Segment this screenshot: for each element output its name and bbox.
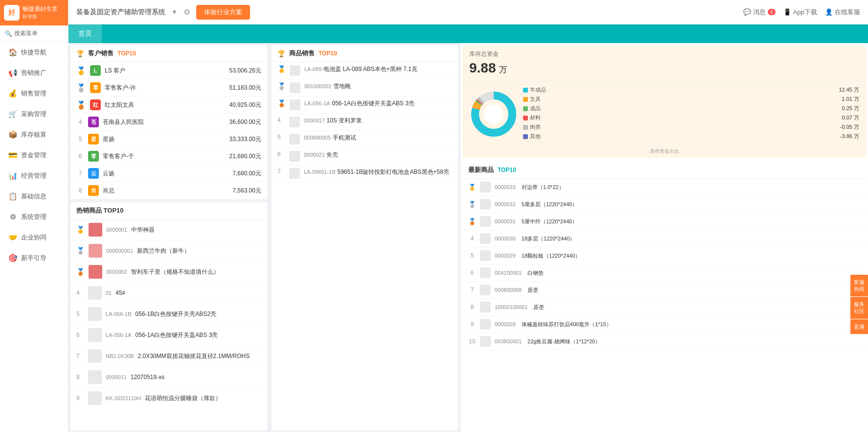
customer-ranking-title: 客户销售 — [88, 49, 114, 58]
legend-dot — [523, 88, 528, 93]
online-service-item[interactable]: 👤 在线客服 — [825, 8, 860, 17]
rank-row: 🥉 红 红太阳文具 40,925.00元 — [70, 96, 267, 114]
tab-home[interactable]: 首页 — [69, 24, 102, 43]
hot-img — [89, 265, 102, 279]
sidebar-item-qiye[interactable]: 🤝 企业协同 — [0, 227, 68, 248]
trial-button[interactable]: 体验行业方案 — [196, 5, 250, 20]
rank-amount: 7,563.00元 — [232, 187, 261, 195]
rank-badge: 星 — [88, 134, 99, 144]
mid-code: LA-056-1A — [304, 100, 330, 106]
hot-row: 🥈 000500001 新西兰牛肉（新牛） — [70, 240, 267, 262]
legend-row: 半成品 12.45 万 — [523, 86, 859, 94]
nav-icon-jichu: 📋 — [8, 192, 17, 201]
mid-medal: 🥇 — [277, 65, 286, 73]
hot-medal: 🥈 — [76, 247, 85, 255]
new-row: 10 003800001 22g鱼豆腐-烧烤味（1*12*20） — [462, 333, 866, 350]
nav-icon-caigou: 🛒 — [8, 110, 17, 119]
new-img — [480, 336, 491, 347]
search-menu[interactable]: 🔍 搜索菜单 — [0, 25, 68, 42]
hot-code: 0000011 — [106, 374, 127, 380]
hot-products-list: 🥇 0000001 中华神器 🥈 000500001 新西兰牛肉（新牛） 🥉 0… — [70, 219, 267, 406]
sidebar-item-xitong[interactable]: ⚙ 系统管理 — [0, 207, 68, 227]
legend-row: 其他 -3.86 万 — [523, 133, 859, 140]
svg-point-6 — [484, 104, 503, 124]
hot-code: 01 — [106, 290, 112, 296]
new-rank: 8 — [468, 304, 476, 311]
new-name: 18颗粒板（1220*2440） — [522, 252, 860, 260]
float-btn-service[interactable]: 客服 热线 — [850, 275, 868, 297]
mid-name: 10S 变利罗浆 — [326, 117, 362, 124]
nav-icon-kucun: 📦 — [8, 130, 17, 139]
sidebar-item-xiaoshou[interactable]: 💰 销售管理 — [0, 83, 68, 104]
rank-name: 星扬 — [103, 135, 226, 144]
sidebar-item-zijin[interactable]: 💳 资金管理 — [0, 145, 68, 166]
mid-name: 056-1A白色按键开关盖ABS 3壳 — [332, 100, 414, 107]
search-icon: 🔍 — [5, 30, 12, 37]
mid-img — [289, 151, 300, 162]
hot-img — [88, 391, 102, 405]
mid-img — [289, 134, 300, 144]
inventory-value-unit: 万 — [499, 66, 507, 74]
sidebar-item-xinshou[interactable]: 🎯 新手引导 — [0, 248, 68, 268]
gear-icon[interactable]: ⚙ — [183, 7, 190, 17]
hot-rank: 9 — [76, 395, 84, 402]
mid-row: 6 0000021 夹壳 — [272, 148, 458, 165]
mid-trophy-icon: 🏆 — [277, 50, 285, 57]
dropdown-icon[interactable]: ▼ — [171, 8, 178, 16]
trophy-icon: 🏆 — [76, 50, 84, 57]
hot-row: 🥉 0000002 智利车子里（规格不知道填什么） — [70, 262, 267, 283]
sidebar-item-jichu[interactable]: 📋 基础信息 — [0, 186, 68, 207]
sidebar-item-jingying[interactable]: 📊 经营管理 — [0, 166, 68, 186]
online-service-label: 在线客服 — [835, 8, 860, 17]
mid-row: 4 0000017 10S 变利罗浆 — [272, 114, 458, 131]
mid-info: LA-089 电池盖 LA-089 ABS本色+黑种 7.1克 — [304, 65, 452, 73]
hot-row: 6 LA-056-1A 056-1A白色按键开关盖ABS 3壳 — [70, 325, 267, 346]
app-version: 标准版 — [23, 13, 58, 20]
float-btn-community[interactable]: 服务 社区 — [850, 297, 868, 319]
new-name: 原垄 — [533, 304, 860, 311]
new-products-section: 最新商品 TOP10 🥇 0000033 封边带（1.0*22） 🥈 00000… — [462, 162, 866, 430]
customer-ranking-header: 🏆 客户销售 TOP10 — [70, 45, 267, 62]
messages-label: 消息 — [753, 8, 766, 17]
rank-amount: 21,680.00元 — [229, 152, 261, 161]
new-img — [480, 182, 491, 192]
rank-row: 7 云 云扬 7,680.00元 — [70, 165, 267, 182]
nav-icon-kuaijie: 🏠 — [8, 48, 17, 57]
mid-products-subtitle: TOP10 — [319, 50, 337, 57]
rank-name: 肖总 — [103, 187, 228, 195]
sidebar-item-yingxiao[interactable]: 📢 营销推广 — [0, 63, 68, 83]
hot-name: 新西兰牛肉（新牛） — [137, 247, 261, 255]
mid-img — [290, 99, 300, 110]
legend-dot — [523, 134, 528, 139]
legend-value: -3.86 万 — [840, 133, 859, 140]
app-download-item[interactable]: 📱 App下载 — [783, 8, 817, 17]
rank-name: 红太阳文具 — [105, 101, 226, 109]
new-row: 7 000800008 原垄 — [462, 282, 866, 299]
sidebar-item-caigou[interactable]: 🛒 采购管理 — [0, 104, 68, 124]
rank-badge: 肖 — [88, 185, 99, 196]
sidebar-item-kucun[interactable]: 📦 库存核算 — [0, 124, 68, 145]
sidebar-item-kuaijie[interactable]: 🏠 快捷导航 — [0, 42, 68, 63]
hot-name: 中华神器 — [131, 226, 261, 234]
rank-amount: 53,006.26元 — [229, 67, 261, 75]
mid-info: 001000002 雪地靴 — [304, 82, 452, 91]
new-img — [480, 267, 491, 278]
nav-label-caigou: 采购管理 — [21, 110, 46, 119]
mid-img — [290, 82, 300, 93]
new-code: 0000030 — [495, 236, 516, 241]
rank-amount: 51,183.00元 — [229, 84, 261, 92]
mid-info: 0000017 10S 变利罗浆 — [304, 117, 452, 125]
messages-item[interactable]: 💬 消息 6 — [743, 8, 776, 17]
donut-legend: 半成品 12.45 万 文具 1.01 万 成品 0.25 万 材料 0.07 … — [523, 86, 859, 142]
float-btn-live[interactable]: 直播 — [850, 319, 868, 334]
nav-label-kuaijie: 快捷导航 — [21, 48, 46, 57]
inventory-value-number: 9.88 — [469, 60, 496, 75]
rank-medal: 🥈 — [76, 83, 86, 93]
new-code: 0000031 — [495, 218, 516, 224]
rank-row: 🥈 零 零售客户-许 51,183.00元 — [70, 79, 267, 96]
nav-label-xiaoshou: 销售管理 — [21, 89, 46, 98]
mid-name: 59651-1B旋转投影灯电池盒ABS黑色+58壳 — [337, 168, 449, 175]
sidebar-logo: 好 畅捷通好生意 标准版 — [0, 0, 68, 25]
rank-num: 8 — [76, 187, 84, 194]
inventory-section: 库存总资金 9.88 万 — [462, 45, 866, 158]
